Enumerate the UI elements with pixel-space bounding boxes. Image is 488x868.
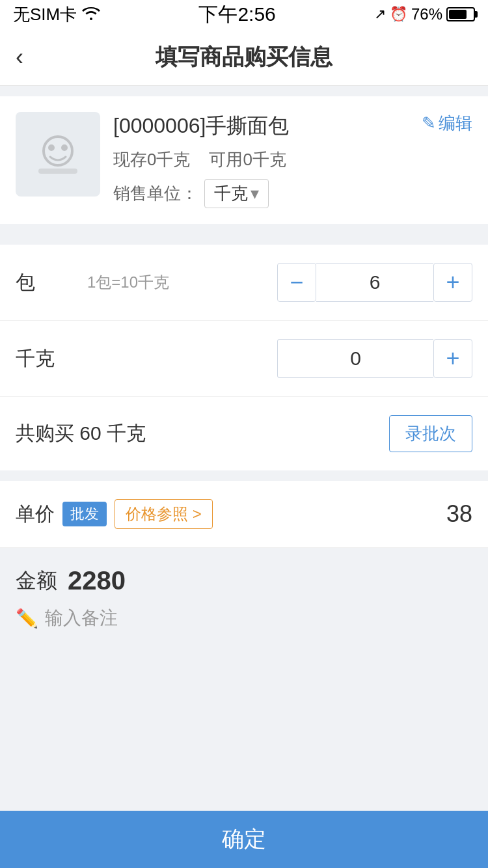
wifi-icon (82, 5, 100, 25)
product-name: [0000006]手撕面包 (113, 112, 289, 141)
status-time: 下午2:56 (198, 1, 275, 28)
price-section: 单价 批发 价格参照 > 38 (0, 481, 488, 548)
kilogram-row: 千克 + (0, 321, 488, 397)
amount-section: 金额 2280 ✏️ 输入备注 (0, 548, 488, 644)
price-label: 单价 (16, 501, 55, 528)
kilogram-plus-button[interactable]: + (433, 339, 472, 378)
amount-value: 2280 (68, 566, 126, 595)
record-batch-button[interactable]: 录批次 (389, 415, 472, 452)
svg-point-1 (48, 144, 55, 151)
kilogram-controls: + (277, 339, 472, 378)
separator-2 (0, 470, 488, 481)
unit-value: 千克 (214, 182, 248, 205)
page-title: 填写商品购买信息 (156, 42, 332, 72)
nav-bar: ‹ 填写商品购买信息 (0, 29, 488, 86)
product-stock: 现存0千克 可用0千克 (113, 148, 472, 171)
confirm-button[interactable]: 确定 (0, 811, 488, 868)
total-row: 共购买 60 千克 录批次 (0, 397, 488, 470)
quantity-section: 包 1包=10千克 − + 千克 + 共购买 60 千克 录批次 (0, 245, 488, 470)
svg-rect-3 (38, 169, 77, 174)
location-icon: ↗ (374, 6, 386, 23)
carrier-label: 无SIM卡 (13, 3, 77, 26)
svg-point-2 (61, 144, 68, 151)
product-card: [0000006]手撕面包 ✎ 编辑 现存0千克 可用0千克 销售单位： 千克 … (0, 96, 488, 224)
edit-icon: ✎ (422, 113, 436, 133)
product-unit-row: 销售单位： 千克 ▾ (113, 179, 472, 208)
price-value: 38 (446, 500, 472, 528)
product-info: [0000006]手撕面包 ✎ 编辑 现存0千克 可用0千克 销售单位： 千克 … (113, 112, 472, 208)
status-bar: 无SIM卡 下午2:56 ↗ ⏰ 76% (0, 0, 488, 29)
edit-button[interactable]: ✎ 编辑 (422, 112, 472, 135)
package-hint: 1包=10千克 (87, 272, 277, 293)
product-image (16, 112, 100, 197)
separator-1 (0, 224, 488, 234)
alarm-icon: ⏰ (390, 6, 407, 23)
status-right: ↗ ⏰ 76% (374, 5, 475, 23)
package-plus-button[interactable]: + (433, 263, 472, 302)
package-row: 包 1包=10千克 − + (0, 245, 488, 321)
amount-row: 金额 2280 (16, 566, 472, 595)
edit-label: 编辑 (439, 112, 472, 135)
note-placeholder: 输入备注 (45, 606, 118, 631)
total-label: 共购买 60 千克 (16, 420, 146, 447)
price-type-tag: 批发 (62, 502, 107, 526)
package-controls: − + (277, 263, 472, 302)
battery-percent: 76% (411, 5, 442, 23)
package-minus-button[interactable]: − (277, 263, 316, 302)
unit-label: 销售单位： (113, 182, 198, 205)
package-label: 包 (16, 269, 81, 296)
amount-label: 金额 (16, 567, 57, 595)
battery-icon (446, 7, 475, 21)
kilogram-input[interactable] (277, 339, 433, 378)
pencil-icon: ✏️ (16, 608, 38, 629)
back-button[interactable]: ‹ (16, 44, 23, 71)
note-row[interactable]: ✏️ 输入备注 (16, 606, 472, 631)
status-left: 无SIM卡 (13, 3, 100, 26)
dropdown-icon: ▾ (251, 183, 259, 204)
unit-select[interactable]: 千克 ▾ (204, 179, 269, 208)
price-ref-button[interactable]: 价格参照 > (115, 499, 213, 529)
package-input[interactable] (316, 263, 433, 302)
kilogram-label: 千克 (16, 346, 81, 372)
